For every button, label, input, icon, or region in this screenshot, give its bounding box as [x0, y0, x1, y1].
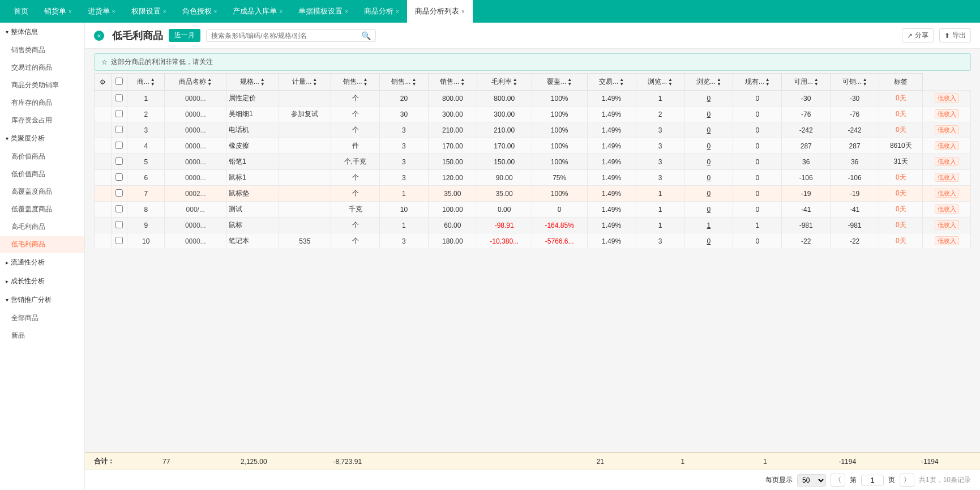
- th-unit[interactable]: 计量...▲▼: [279, 74, 331, 91]
- cell-checkbox[interactable]: [112, 138, 127, 154]
- cell-name[interactable]: 测试: [226, 202, 279, 218]
- page-number-input[interactable]: [861, 475, 884, 486]
- th-sale-qty[interactable]: 销售...▲▼: [331, 74, 380, 91]
- close-icon[interactable]: ×: [461, 8, 465, 15]
- close-icon[interactable]: ×: [69, 8, 72, 15]
- cell-name[interactable]: 鼠标1: [226, 170, 279, 186]
- view1-link[interactable]: 0: [707, 206, 711, 214]
- col-sort-code[interactable]: 商...▲▼: [137, 77, 155, 87]
- th-tag[interactable]: 标签: [879, 74, 923, 91]
- nav-item-products[interactable]: 产成品入库单 ×: [225, 0, 290, 23]
- sidebar-item-low-coverage[interactable]: 低覆盖度商品: [0, 201, 84, 218]
- cell-view1[interactable]: 0: [684, 138, 733, 154]
- sidebar-item-high-value[interactable]: 高价值商品: [0, 148, 84, 165]
- cell-view1[interactable]: 0: [684, 122, 733, 138]
- view1-link[interactable]: 0: [707, 110, 711, 118]
- export-button[interactable]: ⬆ 导出: [939, 28, 971, 42]
- th-usable-stock[interactable]: 可用...▲▼: [782, 74, 831, 91]
- col-sort-view1[interactable]: 浏览...▲▼: [648, 77, 673, 87]
- col-sort-unit[interactable]: 计量...▲▼: [292, 77, 317, 87]
- nav-item-template[interactable]: 单据模板设置 ×: [290, 0, 356, 23]
- th-code[interactable]: 商...▲▼: [127, 74, 165, 91]
- cell-name[interactable]: 属性定价: [226, 91, 279, 106]
- cell-view1[interactable]: 0: [684, 233, 733, 249]
- col-sort-trade[interactable]: 交易...▲▼: [599, 77, 624, 87]
- close-icon[interactable]: ×: [396, 8, 399, 15]
- row-checkbox[interactable]: [115, 94, 123, 101]
- sidebar-collapse-button[interactable]: «: [94, 31, 104, 41]
- table-container[interactable]: ⚙ 商...▲▼ 商品名称▲▼: [85, 73, 980, 452]
- cell-view1[interactable]: 0: [684, 106, 733, 122]
- cell-name[interactable]: 鼠标垫: [226, 186, 279, 202]
- sidebar-item-category-rate[interactable]: 商品分类助销率: [0, 76, 84, 94]
- th-saleable-days[interactable]: 可销...▲▼: [831, 74, 879, 91]
- cell-checkbox[interactable]: [112, 91, 127, 106]
- th-name[interactable]: 商品名称▲▼: [165, 74, 226, 91]
- cell-name[interactable]: 电话机: [226, 122, 279, 138]
- col-sort-spec[interactable]: 规格...▲▼: [240, 77, 265, 87]
- col-sort-current-stock[interactable]: 现有...▲▼: [745, 77, 770, 87]
- nav-item-purchase[interactable]: 进货单 ×: [80, 0, 123, 23]
- view1-link[interactable]: 0: [707, 126, 711, 134]
- cell-checkbox[interactable]: [112, 218, 127, 233]
- sidebar-item-high-coverage[interactable]: 高覆盖度商品: [0, 183, 84, 201]
- cell-view1[interactable]: 0: [684, 202, 733, 218]
- th-view2[interactable]: 浏览...▲▼: [684, 74, 733, 91]
- row-checkbox[interactable]: [115, 110, 123, 117]
- row-checkbox[interactable]: [115, 205, 123, 212]
- cell-view1[interactable]: 0: [684, 186, 733, 202]
- close-icon[interactable]: ×: [163, 8, 166, 15]
- th-trade-count[interactable]: 交易...▲▼: [587, 74, 636, 91]
- settings-icon[interactable]: ⚙: [100, 78, 106, 86]
- nav-item-analysis[interactable]: 商品分析 ×: [356, 0, 407, 23]
- close-icon[interactable]: ×: [345, 8, 348, 15]
- col-sort-gross-margin[interactable]: 毛利率▲▼: [491, 77, 517, 87]
- view1-link[interactable]: 0: [707, 174, 711, 182]
- sidebar-item-stock-goods[interactable]: 有库存的商品: [0, 94, 84, 112]
- row-checkbox[interactable]: [115, 126, 123, 133]
- share-button[interactable]: ↗ 分享: [902, 28, 934, 42]
- sidebar-group-growth[interactable]: ▸ 成长性分析: [0, 272, 84, 291]
- close-icon[interactable]: ×: [279, 8, 283, 15]
- col-sort-name[interactable]: 商品名称▲▼: [179, 77, 212, 87]
- th-spec[interactable]: 规格...▲▼: [226, 74, 279, 91]
- nav-item-roles[interactable]: 角色授权 ×: [174, 0, 225, 23]
- col-sort-sale-amount[interactable]: 销售...▲▼: [391, 77, 416, 87]
- cell-view1[interactable]: 0: [684, 170, 733, 186]
- cell-checkbox[interactable]: [112, 154, 127, 170]
- sidebar-group-overview[interactable]: ▾ 整体信息: [0, 23, 84, 41]
- cell-checkbox[interactable]: [112, 170, 127, 186]
- view1-link[interactable]: 0: [707, 158, 711, 166]
- sidebar-group-cluster[interactable]: ▾ 类聚度分析: [0, 129, 84, 148]
- page-size-select[interactable]: 50 100 200: [797, 474, 826, 487]
- cell-view1[interactable]: 0: [684, 154, 733, 170]
- nav-item-analysis-list[interactable]: 商品分析列表 ×: [407, 0, 473, 23]
- cell-checkbox[interactable]: [112, 186, 127, 202]
- col-sort-saleable[interactable]: 可销...▲▼: [842, 77, 867, 87]
- nav-item-home[interactable]: 首页: [6, 0, 36, 23]
- cell-checkbox[interactable]: [112, 122, 127, 138]
- sidebar-item-all-goods[interactable]: 全部商品: [0, 309, 84, 327]
- cell-name[interactable]: 鼠标: [226, 218, 279, 233]
- prev-page-button[interactable]: 〈: [831, 474, 845, 487]
- row-checkbox[interactable]: [115, 189, 123, 197]
- nav-item-permissions[interactable]: 权限设置 ×: [123, 0, 174, 23]
- sidebar-item-traded-goods[interactable]: 交易过的商品: [0, 59, 84, 76]
- date-filter-button[interactable]: 近一月: [169, 29, 200, 42]
- search-icon[interactable]: 🔍: [361, 31, 371, 40]
- row-checkbox[interactable]: [115, 157, 123, 165]
- cell-name[interactable]: 笔记本: [226, 233, 279, 249]
- view1-link[interactable]: 0: [707, 237, 711, 245]
- sidebar-item-low-value[interactable]: 低价值商品: [0, 165, 84, 183]
- nav-item-sales[interactable]: 销货单 ×: [36, 0, 80, 23]
- sidebar-item-capital[interactable]: 库存资金占用: [0, 112, 84, 129]
- row-checkbox[interactable]: [115, 142, 123, 149]
- th-view1[interactable]: 浏览...▲▼: [636, 74, 684, 91]
- close-icon[interactable]: ×: [214, 8, 217, 15]
- th-checkbox[interactable]: [112, 74, 127, 91]
- view1-link[interactable]: 0: [707, 95, 711, 103]
- cell-view1[interactable]: 1: [684, 218, 733, 233]
- sidebar-group-liquidity[interactable]: ▸ 流通性分析: [0, 253, 84, 272]
- cell-name[interactable]: 橡皮擦: [226, 138, 279, 154]
- col-sort-sale-profit[interactable]: 销售...▲▼: [440, 77, 465, 87]
